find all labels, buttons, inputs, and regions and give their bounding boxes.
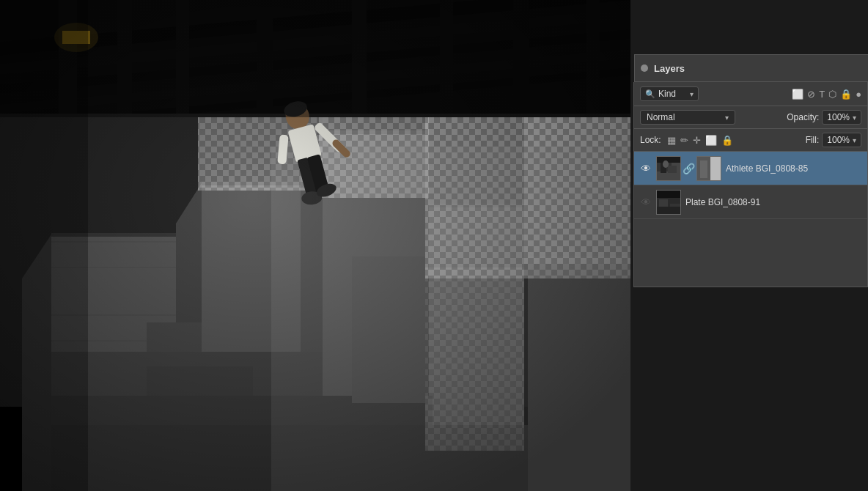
layer-name-athlete: Athlete BGI_0808-85 <box>726 163 861 174</box>
layer-item-athlete[interactable]: 👁 🔗 <box>634 152 867 185</box>
fill-group: Fill: 100% ▾ <box>806 133 861 147</box>
position-lock-icon[interactable]: ✛ <box>693 135 701 146</box>
opacity-input[interactable]: 100% ▾ <box>822 110 861 125</box>
layer-mask-thumbnail-athlete <box>696 156 721 181</box>
svg-rect-65 <box>0 0 630 491</box>
smart-filter-icon[interactable]: 🔒 <box>840 89 852 100</box>
layer-visibility-athlete[interactable]: 👁 <box>640 163 652 174</box>
layers-titlebar: Layers <box>634 54 868 82</box>
svg-rect-75 <box>710 157 721 181</box>
fill-input[interactable]: 100% ▾ <box>822 133 861 147</box>
transparency-lock-icon[interactable]: ▦ <box>667 135 676 146</box>
layer-thumbnail-plate <box>656 190 681 215</box>
close-button[interactable] <box>641 64 648 72</box>
layer-visibility-plate[interactable]: 👁 <box>640 196 652 208</box>
filter-row: 🔍 Kind ▾ ⬜ ⊘ T ⬡ 🔒 ● <box>634 82 867 106</box>
kind-chevron-icon: ▾ <box>690 90 694 98</box>
lock-icons: ▦ ✏ ✛ ⬜ 🔒 <box>667 135 733 146</box>
filter-icons: ⬜ ⊘ T ⬡ 🔒 ● <box>792 89 861 100</box>
opacity-label: Opacity: <box>787 112 819 122</box>
layer-chain-icon: 🔗 <box>683 163 695 174</box>
text-filter-icon[interactable]: T <box>819 89 825 100</box>
paint-lock-icon[interactable]: ✏ <box>680 135 688 146</box>
kind-dropdown[interactable]: 🔍 Kind ▾ <box>640 86 699 101</box>
svg-rect-77 <box>657 191 681 198</box>
svg-rect-80 <box>657 207 681 215</box>
layer-thumbnail-athlete <box>656 156 681 181</box>
svg-rect-69 <box>668 166 677 173</box>
scene-svg <box>0 0 630 491</box>
lock-row: Lock: ▦ ✏ ✛ ⬜ 🔒 Fill: 100% ▾ <box>634 129 867 152</box>
blend-mode-label: Normal <box>647 112 722 122</box>
layers-panel-title: Layers <box>654 63 685 74</box>
adjustment-filter-icon[interactable]: ⊘ <box>807 89 815 100</box>
svg-point-71 <box>663 160 669 168</box>
opacity-group: Opacity: 100% ▾ <box>787 110 861 125</box>
fill-label: Fill: <box>806 135 820 145</box>
opacity-value-text: 100% <box>827 112 850 122</box>
canvas-area: Layers 🔍 Kind ▾ ⬜ ⊘ T ⬡ 🔒 ● Normal ▾ <box>0 0 868 491</box>
svg-rect-70 <box>657 157 681 163</box>
layer-name-plate: Plate BGI_0808-91 <box>685 197 861 207</box>
photo-scene <box>0 0 630 491</box>
all-lock-icon[interactable]: 🔒 <box>721 135 733 146</box>
blend-mode-dropdown[interactable]: Normal ▾ <box>640 110 735 125</box>
layer-item-plate[interactable]: 👁 Plate BGI_0808-91 <box>634 185 867 219</box>
fill-chevron-icon: ▾ <box>853 136 856 144</box>
dot-filter-icon[interactable]: ● <box>856 89 861 100</box>
layer-thumb-group-plate <box>656 190 681 215</box>
kind-label: Kind <box>658 89 687 99</box>
blend-mode-row: Normal ▾ Opacity: 100% ▾ <box>634 106 867 129</box>
artboard-lock-icon[interactable]: ⬜ <box>705 135 717 146</box>
svg-rect-74 <box>700 160 707 178</box>
layer-thumb-group-athlete: 🔗 <box>656 156 721 181</box>
opacity-chevron-icon: ▾ <box>853 114 856 122</box>
search-icon: 🔍 <box>645 89 655 99</box>
blend-mode-chevron-icon: ▾ <box>725 114 729 122</box>
shape-filter-icon[interactable]: ⬡ <box>828 89 836 100</box>
image-filter-icon[interactable]: ⬜ <box>792 89 803 100</box>
fill-value-text: 100% <box>827 135 850 145</box>
lock-label: Lock: <box>640 135 661 145</box>
layers-panel: Layers 🔍 Kind ▾ ⬜ ⊘ T ⬡ 🔒 ● Normal ▾ <box>633 82 868 287</box>
